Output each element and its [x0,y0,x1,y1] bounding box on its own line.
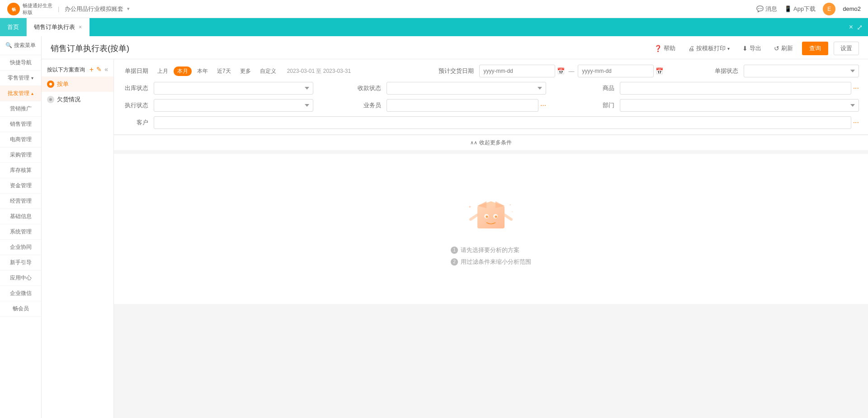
product-input[interactable] [620,82,851,95]
tab-close-btn[interactable]: × [79,24,82,30]
calendar-from-icon[interactable]: 📅 [557,67,565,75]
solution-edit-btn[interactable]: ✎ [96,66,102,74]
sidebar-item-purchase[interactable]: 采购管理 [0,147,41,163]
message-icon: 💬 [756,5,764,12]
product-more-btn[interactable]: ··· [853,84,859,92]
filter-section: 单据日期 上月 本月 本年 近7天 更多 自定义 2023-03-01 至 20… [114,59,868,135]
sidebar-item-newuser[interactable]: 新手引导 [0,255,41,271]
content-inner: 按以下方案查询 + ✎ « 按单 [42,59,868,418]
query-btn[interactable]: 查询 [802,42,828,55]
forecast-date-from[interactable] [479,65,555,77]
exec-status-select[interactable] [154,99,313,112]
content-area: 销售订单执行表(按单) ❓ 帮助 🖨 按模板打印 ▾ ⬇ 导出 ↺ 刷新 [42,36,868,418]
svg-text:✦: ✦ [509,204,511,206]
sidebar-item-wechat[interactable]: 企业微信 [0,286,41,301]
payment-status-select[interactable] [387,82,546,95]
sidebar-item-retail[interactable]: 零售管理 ▾ [0,71,41,86]
sidebar-item-apps[interactable]: 应用中心 [0,271,41,286]
salesperson-input[interactable] [387,99,538,112]
main-layout: 🔍 搜索菜单 快捷导航 零售管理 ▾ 批发管理 ▴ 营销推广 销售管理 电商管理… [0,36,868,418]
svg-point-6 [495,216,497,218]
avatar[interactable]: E [823,3,835,15]
search-icon: 🔍 [5,42,12,48]
customer-field: ··· [154,116,859,129]
exec-status-field [154,99,313,112]
svg-text:✦: ✦ [468,205,472,209]
date-tab-current-year[interactable]: 本年 [193,66,212,76]
chevron-up-icon: ▴ [31,91,33,96]
collapse-up-icon: ∧∧ [470,140,477,146]
tab-nav: 首页 销售订单执行表 × × ⤢ [0,18,868,36]
export-btn[interactable]: ⬇ 导出 [739,43,765,54]
sidebar-item-operation[interactable]: 经营管理 [0,194,41,209]
dept-select[interactable] [620,99,859,112]
breadcrumb-separator: | [58,5,59,12]
date-tab-more[interactable]: 更多 [236,66,255,76]
date-range-text: 2023-03-01 至 2023-03-31 [287,67,351,75]
sidebar-item-finance[interactable]: 资金管理 [0,178,41,194]
chevron-down-icon: ▾ [31,76,33,81]
sidebar-item-system[interactable]: 系统管理 [0,224,41,240]
calendar-to-icon[interactable]: 📅 [656,67,663,75]
date-tab-custom[interactable]: 自定义 [256,66,280,76]
customer-input[interactable] [154,116,851,129]
solution-item-debt[interactable]: 欠货情况 [42,92,113,107]
refresh-btn[interactable]: ↺ 刷新 [770,43,797,54]
date-tab-current-month[interactable]: 本月 [174,66,192,76]
doc-status-select[interactable] [744,65,859,77]
solution-add-btn[interactable]: + [90,66,94,74]
customer-more-btn[interactable]: ··· [853,119,859,127]
forecast-date-label: 预计交货日期 [439,67,474,75]
app-download-btn[interactable]: 📱 App下载 [784,5,816,13]
sidebar-item-inventory[interactable]: 库存核算 [0,163,41,178]
product-field: ··· [620,82,859,95]
logo-area: 畅 畅捷通好生意 标版 [7,2,52,15]
top-bar: 畅 畅捷通好生意 标版 | 办公用品行业模拟账套 ▾ 💬 消息 📱 App下载 … [0,0,868,18]
customer-label: 客户 [123,119,148,127]
date-tab-7days[interactable]: 近7天 [213,66,235,76]
tab-actions: × ⤢ [844,18,868,36]
dept-label: 部门 [589,101,614,109]
solution-collapse-btn[interactable]: « [104,66,108,74]
delivery-status-select[interactable] [154,82,313,95]
date-tab-prev-month[interactable]: 上月 [154,66,172,76]
salesperson-more-btn[interactable]: ··· [540,101,546,109]
date-label: 单据日期 [123,67,148,75]
sidebar-item-member[interactable]: 畅会员 [0,301,41,317]
solution-panel: 按以下方案查询 + ✎ « 按单 [42,59,114,418]
sidebar-item-sales[interactable]: 销售管理 [0,117,41,132]
doc-status-label: 单据状态 [713,67,738,75]
home-tab[interactable]: 首页 [0,18,27,36]
active-tab[interactable]: 销售订单执行表 × [27,18,90,36]
solution-item-order[interactable]: 按单 [42,76,113,92]
filter-row-1: 单据日期 上月 本月 本年 近7天 更多 自定义 2023-03-01 至 20… [123,65,859,77]
sidebar-search-btn[interactable]: 🔍 搜索菜单 [4,40,38,51]
collapse-btn[interactable]: ∧∧ 收起更多条件 [114,135,868,150]
sidebar-item-enterprise[interactable]: 企业协同 [0,240,41,255]
sidebar-item-ecommerce[interactable]: 电商管理 [0,132,41,147]
window-close-btn[interactable]: × [849,23,853,31]
template-print-btn[interactable]: 🖨 按模板打印 ▾ [684,43,733,54]
svg-text:✦: ✦ [511,210,513,213]
forecast-date-group: 📅 — 📅 [479,65,663,77]
delivery-status-label: 出库状态 [123,84,148,92]
help-btn[interactable]: ❓ 帮助 [651,43,679,54]
solution-dot-inactive [47,96,54,103]
forecast-date-to[interactable] [578,65,654,77]
svg-rect-2 [477,206,505,228]
breadcrumb-dropdown-icon[interactable]: ▾ [127,6,130,12]
print-icon: 🖨 [688,45,694,52]
tab-spacer [90,18,844,36]
sidebar-item-wholesale[interactable]: 批发管理 ▴ [0,86,41,101]
solution-panel-header: 按以下方案查询 + ✎ « [42,63,113,76]
solution-panel-actions: + ✎ « [90,66,108,74]
message-btn[interactable]: 💬 消息 [756,5,777,13]
window-maximize-btn[interactable]: ⤢ [857,23,863,32]
sidebar-item-basic[interactable]: 基础信息 [0,209,41,224]
report-header: 销售订单执行表(按单) ❓ 帮助 🖨 按模板打印 ▾ ⬇ 导出 ↺ 刷新 [42,36,868,59]
settings-btn[interactable]: 设置 [834,42,859,55]
sidebar-item-quick-nav[interactable]: 快捷导航 [0,55,41,71]
filter-row-4: 客户 ··· [123,116,859,129]
empty-illustration: ✦ ✦ ✦ [464,190,518,235]
sidebar-item-marketing[interactable]: 营销推广 [0,101,41,117]
